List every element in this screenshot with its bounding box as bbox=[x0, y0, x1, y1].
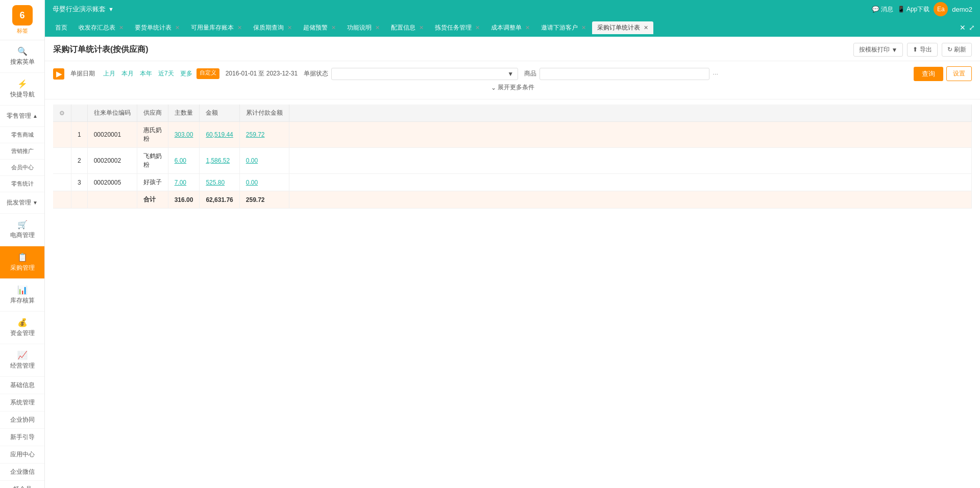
tab-invite-close[interactable]: ✕ bbox=[581, 24, 586, 31]
tab-warranty-close[interactable]: ✕ bbox=[287, 24, 292, 31]
logo: 6 标签 bbox=[0, 0, 44, 40]
refresh-button[interactable]: ↻ 刷新 bbox=[942, 43, 972, 57]
row2-amount[interactable]: 1,586.52 bbox=[200, 148, 239, 174]
sidebar-item-enterprise[interactable]: 企业协同 bbox=[0, 412, 44, 429]
workspace-name: 母婴行业演示账套 bbox=[53, 5, 106, 14]
sidebar-item-retail-store[interactable]: 零售商城 bbox=[0, 127, 44, 143]
sidebar-item-apps[interactable]: 应用中心 bbox=[0, 446, 44, 464]
sidebar-item-marketing[interactable]: 营销推广 bbox=[0, 143, 44, 160]
sidebar-item-newbie-label: 新手引导 bbox=[10, 433, 35, 442]
product-filter-group: 商品 ··· bbox=[524, 68, 718, 80]
row2-paid[interactable]: 0.00 bbox=[239, 148, 289, 174]
date-this-year-btn[interactable]: 本年 bbox=[138, 68, 154, 79]
tab-cost-close[interactable]: ✕ bbox=[525, 24, 530, 31]
avatar[interactable]: Ea bbox=[934, 2, 948, 16]
tab-overstock[interactable]: 超储预警 ✕ bbox=[298, 21, 341, 34]
col-settings-header[interactable]: ⚙ bbox=[53, 105, 71, 122]
tab-purchase-stat-close[interactable]: ✕ bbox=[644, 24, 648, 31]
sidebar-item-member[interactable]: 会员中心 bbox=[0, 160, 44, 176]
sidebar-item-member-label: 会员中心 bbox=[11, 164, 34, 171]
tab-config-close[interactable]: ✕ bbox=[419, 24, 424, 31]
message-icon: 💬 bbox=[872, 6, 879, 13]
tab-receive[interactable]: 收发存汇总表 ✕ bbox=[74, 21, 129, 34]
custom-date-badge: 自定义 bbox=[197, 68, 219, 79]
sidebar-item-search[interactable]: 🔍 搜索英单 bbox=[0, 40, 44, 73]
tab-inventory-close[interactable]: ✕ bbox=[237, 24, 242, 31]
table-container: ⚙ 往来单位编码 供应商 主数量 金额 累计付款金额 1 bbox=[45, 99, 980, 488]
row1-extra bbox=[289, 122, 971, 148]
tab-demand-close[interactable]: ✕ bbox=[175, 24, 180, 31]
export-button[interactable]: ⬆ 导出 bbox=[907, 43, 937, 57]
template-print-button[interactable]: 按模板打印 ▼ bbox=[853, 43, 903, 57]
expand-conditions-button[interactable]: ⌄ 展开更多条件 bbox=[491, 83, 534, 92]
sidebar-item-basic[interactable]: 基础信息 bbox=[0, 377, 44, 394]
sidebar-item-ecommerce-label: 电商管理 bbox=[10, 231, 35, 240]
table-row: 2 00020002 飞鹤奶粉 6.00 1,586.52 0.00 bbox=[53, 148, 972, 174]
filter-toggle-button[interactable]: ▶ bbox=[53, 68, 64, 80]
tab-inventory[interactable]: 可用量库存账本 ✕ bbox=[186, 21, 247, 34]
row1-quantity[interactable]: 303.00 bbox=[168, 122, 200, 148]
status-select[interactable]: ▼ bbox=[331, 68, 518, 80]
tab-overstock-close[interactable]: ✕ bbox=[331, 24, 336, 31]
sidebar-item-retail[interactable]: 零售管理 ▲ bbox=[0, 106, 44, 127]
inventory-icon: 📊 bbox=[17, 285, 28, 295]
footer-amount: 62,631.76 bbox=[200, 191, 239, 209]
page-content: 采购订单统计表(按供应商) 按模板打印 ▼ ⬆ 导出 ↻ 刷新 ▶ bbox=[45, 37, 980, 488]
sidebar-item-ecommerce[interactable]: 🛒 电商管理 bbox=[0, 214, 44, 246]
sidebar-item-wechat[interactable]: 企业微信 bbox=[0, 464, 44, 481]
tab-home[interactable]: 首页 bbox=[50, 21, 72, 34]
date-7days-btn[interactable]: 近7天 bbox=[156, 68, 176, 79]
row3-quantity[interactable]: 7.00 bbox=[168, 174, 200, 191]
date-this-month-btn[interactable]: 本月 bbox=[119, 68, 136, 79]
row3-paid[interactable]: 0.00 bbox=[239, 174, 289, 191]
sidebar-item-wholesale[interactable]: 批发管理 ▼ bbox=[0, 192, 44, 214]
product-search-input[interactable] bbox=[540, 68, 709, 80]
row1-amount[interactable]: 60,519.44 bbox=[200, 122, 239, 148]
sidebar-item-purchase[interactable]: 📋 采购管理 bbox=[0, 246, 44, 279]
message-button[interactable]: 💬 消息 bbox=[872, 5, 893, 14]
sidebar-item-inventory[interactable]: 📊 库存核算 bbox=[0, 279, 44, 312]
footer-code-cell bbox=[87, 191, 137, 209]
tab-picking[interactable]: 拣货任务管理 ✕ bbox=[430, 21, 485, 34]
row3-amount[interactable]: 525.80 bbox=[200, 174, 239, 191]
tab-purchase-stat[interactable]: 采购订单统计表 ✕ bbox=[592, 21, 653, 34]
sidebar-item-retail-stat[interactable]: 零售统计 bbox=[0, 176, 44, 192]
export-label: 导出 bbox=[920, 46, 932, 53]
window-close-icon[interactable]: ✕ bbox=[960, 23, 966, 32]
tab-purchase-stat-label: 采购订单统计表 bbox=[597, 23, 640, 32]
tab-demand[interactable]: 要货单统计表 ✕ bbox=[130, 21, 185, 34]
tab-receive-close[interactable]: ✕ bbox=[119, 24, 124, 31]
sidebar-item-system[interactable]: 系统管理 bbox=[0, 394, 44, 412]
date-more-btn[interactable]: 更多 bbox=[178, 68, 194, 79]
tab-picking-close[interactable]: ✕ bbox=[475, 24, 480, 31]
sidebar-item-inventory-label: 库存核算 bbox=[10, 296, 35, 305]
app-download-button[interactable]: 📱 App下载 bbox=[897, 5, 929, 14]
export-icon: ⬆ bbox=[913, 46, 918, 53]
sidebar-item-operations[interactable]: 📈 经营管理 bbox=[0, 344, 44, 377]
search-button[interactable]: 查询 bbox=[914, 67, 943, 81]
tab-config[interactable]: 配置信息 ✕ bbox=[386, 21, 429, 34]
tab-function-close[interactable]: ✕ bbox=[375, 24, 380, 31]
workspace-selector[interactable]: 母婴行业演示账套 ▼ bbox=[53, 5, 114, 14]
product-input-more-icon[interactable]: ··· bbox=[713, 70, 718, 78]
tab-warranty[interactable]: 保质期查询 ✕ bbox=[248, 21, 297, 34]
row3-settings-cell bbox=[53, 174, 71, 191]
column-settings-icon[interactable]: ⚙ bbox=[59, 110, 65, 117]
sidebar-item-shortcut[interactable]: ⚡ 快捷导航 bbox=[0, 73, 44, 106]
row1-index: 1 bbox=[71, 122, 88, 148]
tab-picking-label: 拣货任务管理 bbox=[435, 23, 472, 32]
tab-invite[interactable]: 邀请下游客户 ✕ bbox=[536, 21, 591, 34]
row1-supplier: 惠氏奶粉 bbox=[137, 122, 168, 148]
settings-button[interactable]: 设置 bbox=[946, 66, 972, 81]
tab-cost[interactable]: 成本调整单 ✕ bbox=[486, 21, 535, 34]
col-index-header bbox=[71, 105, 88, 122]
date-last-month-btn[interactable]: 上月 bbox=[101, 68, 117, 79]
row2-quantity[interactable]: 6.00 bbox=[168, 148, 200, 174]
sidebar-item-member2[interactable]: 畅会员 bbox=[0, 481, 44, 488]
window-maximize-icon[interactable]: ⤢ bbox=[969, 23, 975, 32]
tab-function[interactable]: 功能说明 ✕ bbox=[342, 21, 385, 34]
sidebar-item-finance[interactable]: 💰 资金管理 bbox=[0, 312, 44, 344]
row1-paid[interactable]: 259.72 bbox=[239, 122, 289, 148]
sidebar-item-newbie[interactable]: 新手引导 bbox=[0, 429, 44, 446]
date-range-display: 2016-01-01 至 2023-12-31 bbox=[226, 69, 298, 78]
